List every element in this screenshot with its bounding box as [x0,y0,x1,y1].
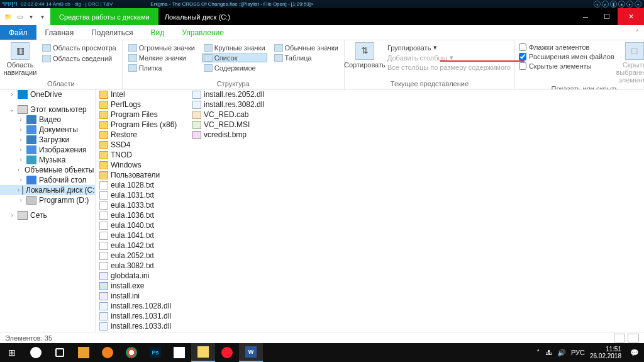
file-list[interactable]: IntelPerfLogsProgram FilesProgram Files … [96,89,644,351]
ribbon-collapse-icon[interactable]: ˄ [631,25,644,40]
nav-pictures[interactable]: ›Изображения [0,145,95,155]
nav-video[interactable]: ›Видео [0,115,95,125]
navigation-pane-button[interactable]: ▥ Область навигации [4,42,36,76]
file-item[interactable]: eula.1028.txt [98,180,186,190]
file-item[interactable]: install.res.1028.dll [98,301,186,311]
file-item[interactable]: install.exe [98,281,186,291]
nav-onedrive[interactable]: ›OneDrive [0,89,95,99]
tab-file[interactable]: Файл [0,25,36,40]
layout-table[interactable]: Таблица [272,54,340,62]
taskbar-explorer[interactable] [191,343,215,362]
layout-large[interactable]: Крупные значки [202,43,267,52]
file-item[interactable]: eula.1033.txt [98,200,186,210]
taskbar-clock[interactable]: 11:51 26.02.2018 [590,346,625,359]
details-pane-toggle[interactable]: Область сведений [40,54,118,63]
nav-3d-objects[interactable]: ›Объемные объекты [0,165,95,175]
nav-this-pc[interactable]: ⌄Этот компьютер [0,105,95,115]
nav-music[interactable]: ›Музыка [0,155,95,165]
tray-volume-icon[interactable]: 🔊 [557,349,566,357]
file-item[interactable]: install.res.2052.dll [191,89,279,99]
layout-content[interactable]: Содержимое [202,64,267,72]
file-item[interactable]: install.res.1033.dll [98,321,186,331]
stop-icon[interactable]: ■ [618,1,625,8]
tray-language[interactable]: РУС [571,349,585,356]
tray-network-icon[interactable]: 🖧 [545,349,552,356]
tab-share[interactable]: Поделиться [82,25,142,40]
properties-icon[interactable]: ▭ [15,13,24,21]
file-item[interactable]: install.res.3082.dll [191,99,279,110]
nav-downloads[interactable]: ›Загрузки [0,135,95,145]
taskbar-aimp[interactable] [96,343,119,362]
nav-desktop[interactable]: ›Рабочий стол [0,175,95,185]
tab-manage[interactable]: Управление [173,25,233,40]
system-tray[interactable]: ˄ 🖧 🔊 РУС 11:51 26.02.2018 💬 [531,346,644,359]
new-folder-icon[interactable]: ▾ [26,13,35,21]
prev-icon[interactable]: ◂ [594,1,601,8]
file-item[interactable]: vcredist.bmp [191,130,279,140]
layout-small[interactable]: Мелкие значки [126,54,197,62]
file-item[interactable]: TNOD [98,150,186,160]
file-item[interactable]: eula.1036.txt [98,210,186,220]
large-icons-view-icon[interactable] [628,334,639,342]
minimize-button[interactable]: ─ [575,8,596,25]
file-item[interactable]: eula.1042.txt [98,240,186,251]
layout-list[interactable]: Список [202,54,267,62]
file-item[interactable]: install.ini [98,291,186,301]
tray-chevron-icon[interactable]: ˄ [536,349,540,357]
taskbar-word[interactable]: W [239,343,263,362]
file-item[interactable]: eula.3082.txt [98,261,186,271]
qat-customize-icon[interactable]: ▾ [38,13,47,21]
tab-home[interactable]: Главная [36,25,83,40]
file-item[interactable]: Пользователи [98,170,186,180]
file-item[interactable]: Program Files (x86) [98,120,186,130]
taskbar[interactable]: ⊞ Ps W ˄ 🖧 🔊 РУС 11:51 26.02.2018 💬 [0,343,644,362]
file-item[interactable]: VC_RED.MSI [191,120,279,130]
nav-network[interactable]: ›Сеть [0,210,95,220]
details-view-icon[interactable] [614,334,625,342]
next-icon[interactable]: ▸ [626,1,633,8]
file-item[interactable]: VC_RED.cab [191,110,279,120]
task-view-button[interactable] [48,343,72,362]
file-item[interactable]: eula.1041.txt [98,230,186,240]
preview-pane-toggle[interactable]: Область просмотра [40,43,118,52]
media-player-bar[interactable]: 02 02 0:44 14 AmB cb · dig · | DRC | T&V… [0,0,644,8]
start-button[interactable]: ⊞ [0,343,24,362]
pause-icon[interactable]: ❚ [610,1,617,8]
file-item[interactable]: SSD4 [98,140,186,150]
taskbar-opera[interactable] [215,343,239,362]
layout-huge[interactable]: Огромные значки [126,43,197,52]
taskbar-store[interactable] [167,343,191,362]
maximize-button[interactable]: ☐ [596,8,618,25]
item-checkboxes-toggle[interactable]: Флажки элементов [519,43,614,51]
file-item[interactable]: Intel [98,89,186,99]
file-item[interactable]: eula.1040.txt [98,220,186,230]
hidden-items-toggle[interactable]: Скрытые элементы [519,62,614,70]
taskbar-search[interactable] [24,343,48,362]
nav-documents[interactable]: ›Документы [0,125,95,135]
action-center-icon[interactable]: 💬 [630,349,639,357]
file-item[interactable]: Restore [98,130,186,140]
layout-tiles[interactable]: Плитка [126,64,197,72]
taskbar-paint[interactable] [72,343,96,362]
file-item[interactable]: PerfLogs [98,99,186,110]
taskbar-photoshop[interactable]: Ps [143,343,167,362]
close-button[interactable]: ✕ [618,8,644,25]
sort-button[interactable]: ⇅Сортировать [348,42,381,69]
nav-disk-c[interactable]: ›Локальный диск (C:) [0,185,95,195]
file-extensions-toggle[interactable]: Расширения имен файлов [519,53,614,60]
file-item[interactable]: install.res.1031.dll [98,311,186,321]
navigation-tree[interactable]: ›OneDrive ⌄Этот компьютер ›Видео ›Докуме… [0,89,96,351]
chrome-icon [126,347,137,358]
file-item[interactable]: eula.1031.txt [98,190,186,200]
play-icon[interactable]: ▸ [602,1,609,8]
nav-disk-d[interactable]: ›Programm (D:) [0,195,95,205]
taskbar-chrome[interactable] [119,343,143,362]
file-item[interactable]: Program Files [98,110,186,120]
file-item[interactable]: Windows [98,160,186,170]
rec-icon[interactable]: ● [635,1,641,8]
group-by-button[interactable]: Группировать ▾ [385,43,511,52]
file-item[interactable]: globdata.ini [98,271,186,281]
layout-medium[interactable]: Обычные значки [272,43,340,52]
tab-view[interactable]: Вид [142,25,173,40]
file-item[interactable]: eula.2052.txt [98,251,186,261]
